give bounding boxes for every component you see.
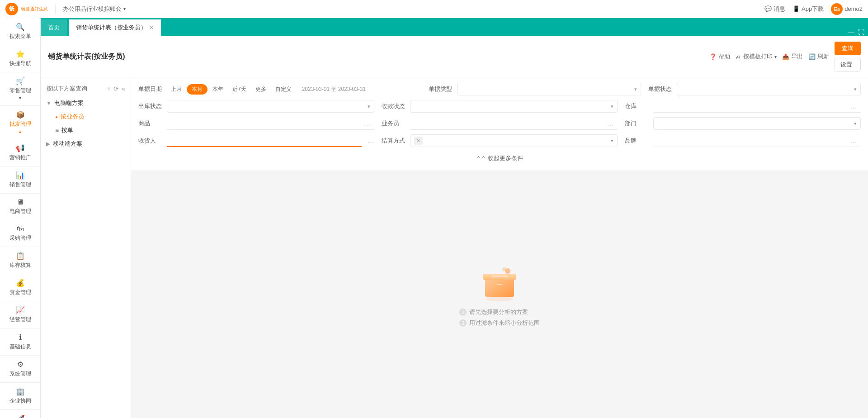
date-range-text: 2023-03-01 至 2023-03-31: [302, 86, 366, 93]
filter-brand-item: 品牌 …: [625, 134, 861, 147]
header-right: 💬 消息 📱 App下载 Ea demo2: [764, 3, 863, 15]
system-icon: ⚙: [2, 360, 38, 369]
date-btn-more[interactable]: 更多: [251, 84, 270, 95]
tree-sub-item-salesperson[interactable]: ● 按业务员: [41, 110, 131, 124]
message-button[interactable]: 💬 消息: [764, 5, 785, 13]
sidebar-item-marketing[interactable]: 📢 营销推广: [0, 139, 40, 166]
top-header: 畅 畅捷通好生意 办公用品行业模拟账套 ▾ 💬 消息 📱 App下载 Ea de…: [0, 0, 868, 18]
filter-department-select[interactable]: ▾: [653, 117, 861, 130]
print-label: 按模板打印: [743, 52, 773, 61]
app-selector-text: 办公用品行业模拟账套: [63, 5, 122, 13]
sidebar-item-system[interactable]: ⚙ 系统管理: [0, 356, 40, 383]
filter-doc-type-select[interactable]: ▾: [457, 83, 641, 95]
tree-item-desktop[interactable]: ▼ 电脑端方案: [41, 96, 131, 110]
sidebar-item-stock[interactable]: 📋 库存核算: [0, 247, 40, 274]
sidebar-item-enterprise-label: 企业协同: [2, 397, 38, 405]
consignee-dots-icon[interactable]: …: [367, 137, 374, 145]
left-panel-collapse-icon[interactable]: «: [122, 85, 125, 92]
sidebar-item-sales[interactable]: 📊 销售管理: [0, 166, 40, 194]
svg-rect-4: [497, 284, 502, 285]
ecommerce-icon: 🖥: [2, 198, 38, 206]
filter-row-3: 商品 … 业务员 … 部门: [138, 117, 861, 130]
filter-salesperson-select[interactable]: …: [410, 117, 618, 130]
sidebar-item-basic-info[interactable]: ℹ 基础信息: [0, 328, 40, 356]
filter-brand-select[interactable]: …: [653, 134, 861, 147]
filter-department-item: 部门 ▾: [625, 117, 861, 130]
sidebar-item-operations[interactable]: 📈 经营管理: [0, 301, 40, 328]
sidebar-item-newbie[interactable]: 🚀 新手引导: [0, 410, 40, 418]
user-menu[interactable]: Ea demo2: [831, 3, 863, 15]
tree-sub-item-order[interactable]: ≡ 按单: [41, 124, 131, 137]
left-panel-add-icon[interactable]: +: [107, 85, 111, 92]
filter-out-status-select[interactable]: ▾: [167, 100, 374, 113]
filter-goods-label: 商品: [138, 119, 163, 128]
app-download-button[interactable]: 📱 App下载: [793, 5, 824, 13]
out-status-chevron-icon: ▾: [368, 104, 370, 109]
basic-info-icon: ℹ: [2, 333, 38, 342]
tree-desktop-arrow-icon: ▼: [46, 100, 52, 106]
date-btn-this-month[interactable]: 本月: [187, 84, 208, 95]
sidebar-item-enterprise[interactable]: 🏢 企业协同: [0, 383, 40, 410]
help-icon: ❓: [709, 53, 717, 60]
retail-icon: 🛒: [2, 77, 38, 86]
filter-payment-tag: ×: [414, 137, 423, 145]
filter-goods-item: 商品 …: [138, 117, 374, 130]
settings-button[interactable]: 设置: [835, 58, 861, 71]
sidebar-item-wholesale[interactable]: 📦 批发管理 ▴: [0, 106, 40, 139]
sidebar-item-quick-nav[interactable]: ⭐ 快捷导航: [0, 45, 40, 72]
filter-consignee-input[interactable]: [167, 134, 362, 147]
tab-minimize-icon[interactable]: —: [848, 28, 854, 36]
tab-home[interactable]: 首页: [41, 19, 67, 36]
tree-salesperson-icon: ●: [55, 114, 58, 119]
brand-dots-icon[interactable]: …: [850, 137, 857, 145]
tab-close-icon[interactable]: ✕: [149, 24, 154, 31]
filter-area: 单据日期 上月 本月 本年 近7天 更多 自定义 2023-03-01 至 20…: [131, 77, 868, 171]
date-btn-last-month[interactable]: 上月: [167, 84, 186, 95]
refresh-button[interactable]: 🔄 刷新: [808, 52, 829, 61]
tree-order-icon: ≡: [55, 127, 59, 134]
finance-icon: 💰: [2, 279, 38, 287]
date-btn-this-year[interactable]: 本年: [208, 84, 227, 95]
tree-item-mobile[interactable]: ▶ 移动端方案: [41, 137, 131, 151]
export-button[interactable]: 📤 导出: [782, 52, 803, 61]
salesperson-dots-icon[interactable]: …: [607, 119, 614, 128]
download-icon: 📱: [793, 5, 800, 12]
help-label: 帮助: [718, 52, 730, 61]
tab-bar-right: — ⛶: [844, 28, 868, 36]
help-button[interactable]: ❓ 帮助: [709, 52, 730, 61]
filter-out-status-item: 出库状态 ▾: [138, 100, 374, 113]
left-panel-refresh-icon[interactable]: ⟳: [113, 85, 119, 92]
goods-dots-icon[interactable]: …: [363, 119, 371, 128]
payment-chevron-icon: ▾: [611, 138, 613, 144]
sidebar-item-wholesale-label: 批发管理: [2, 120, 38, 128]
sidebar-item-finance[interactable]: 💰 资金管理: [0, 274, 40, 301]
date-btn-7days[interactable]: 近7天: [228, 84, 250, 95]
sidebar-item-search[interactable]: 🔍 搜索菜单: [0, 18, 40, 45]
date-btn-custom[interactable]: 自定义: [271, 84, 296, 95]
empty-hint-2: 2 用过滤条件来缩小分析范围: [459, 319, 540, 327]
warehouse-dots-icon[interactable]: …: [850, 102, 857, 110]
tab-sales-report[interactable]: 销货单统计表（按业务员） ✕: [69, 19, 161, 36]
tab-maximize-icon[interactable]: ⛶: [858, 28, 864, 36]
sidebar-item-ecommerce[interactable]: 🖥 电商管理: [0, 194, 40, 220]
filter-doc-status-select[interactable]: ▾: [677, 83, 861, 95]
filter-payment-label: 结算方式: [382, 137, 406, 145]
filter-warehouse-select[interactable]: …: [653, 100, 861, 113]
sidebar-item-system-label: 系统管理: [2, 370, 38, 378]
sidebar-item-retail[interactable]: 🛒 零售管理 ▾: [0, 72, 40, 106]
query-button[interactable]: 查询: [835, 42, 861, 55]
wholesale-icon: 📦: [2, 110, 38, 119]
sidebar-item-search-label: 搜索菜单: [2, 33, 38, 40]
filter-receipt-status-select[interactable]: ▾: [410, 100, 618, 113]
filter-payment-select[interactable]: × ▾: [410, 134, 618, 147]
app-selector[interactable]: 办公用品行业模拟账套 ▾: [63, 5, 126, 13]
filter-warehouse-label: 仓库: [625, 102, 650, 110]
filter-payment-tag-close[interactable]: ×: [417, 138, 420, 144]
empty-state: 1 请先选择要分析的方案 2 用过滤条件来缩小分析范围: [459, 262, 540, 327]
sidebar-item-purchase[interactable]: 🛍 采购管理: [0, 220, 40, 247]
query-set-buttons: 查询 设置: [835, 42, 861, 71]
filter-goods-select[interactable]: …: [167, 117, 374, 130]
print-button[interactable]: 🖨 按模板打印 ▾: [736, 52, 777, 61]
user-name: demo2: [844, 5, 863, 12]
collapse-button[interactable]: ⌃⌃ 收起更多条件: [473, 152, 526, 165]
